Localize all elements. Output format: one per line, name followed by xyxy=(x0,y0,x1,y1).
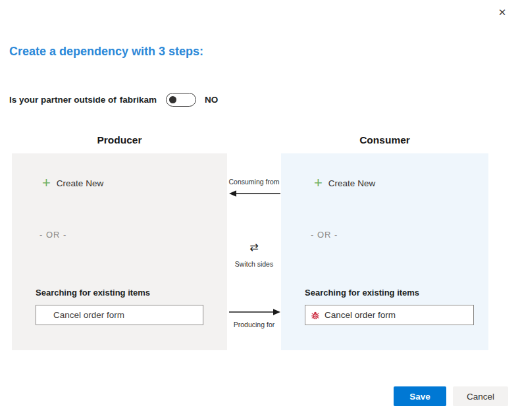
producer-heading: Producer xyxy=(12,134,227,146)
consumer-search-input[interactable] xyxy=(325,309,473,321)
cancel-button[interactable]: Cancel xyxy=(453,386,508,406)
partner-question-row: Is your partner outside of fabrikam NO xyxy=(9,92,218,107)
plus-icon: + xyxy=(42,177,51,189)
producer-search-box xyxy=(36,305,203,325)
partner-question-label: Is your partner outside of xyxy=(9,95,117,105)
save-button[interactable]: Save xyxy=(394,386,446,406)
create-dependency-dialog: ✕ Create a dependency with 3 steps: Is y… xyxy=(0,0,520,420)
consumer-panel: + Create New - OR - Searching for existi… xyxy=(281,153,488,350)
toggle-state-label: NO xyxy=(205,95,218,105)
producing-for-label: Producing for xyxy=(222,321,286,328)
consumer-search-box xyxy=(305,305,474,325)
partner-outside-toggle[interactable] xyxy=(166,93,196,107)
producer-create-new-button[interactable]: + Create New xyxy=(42,177,103,189)
switch-sides-label: Switch sides xyxy=(228,260,280,268)
consuming-arrow-left-icon xyxy=(229,190,280,197)
consumer-create-new-button[interactable]: + Create New xyxy=(314,177,375,189)
consuming-from-label: Consuming from xyxy=(222,178,286,186)
partner-org-name: fabrikam xyxy=(120,95,157,105)
toggle-knob-icon xyxy=(169,96,176,103)
bug-icon xyxy=(311,311,320,320)
consumer-heading: Consumer xyxy=(281,134,488,146)
consumer-or-divider: - OR - xyxy=(311,230,338,240)
consumer-search-label: Searching for existing items xyxy=(305,288,419,298)
producer-search-label: Searching for existing items xyxy=(36,288,150,298)
switch-sides-icon: ⇄ xyxy=(228,242,280,253)
producing-arrow-right-icon xyxy=(229,308,280,316)
create-new-label: Create New xyxy=(328,178,375,188)
producer-search-input[interactable] xyxy=(36,309,203,321)
create-new-label: Create New xyxy=(57,178,103,188)
close-icon[interactable]: ✕ xyxy=(494,4,511,21)
producer-or-divider: - OR - xyxy=(39,230,66,240)
producer-panel: + Create New - OR - Searching for existi… xyxy=(12,153,227,350)
dialog-title: Create a dependency with 3 steps: xyxy=(9,45,203,59)
switch-sides-button[interactable]: ⇄ Switch sides xyxy=(228,242,280,268)
plus-icon: + xyxy=(314,177,323,189)
